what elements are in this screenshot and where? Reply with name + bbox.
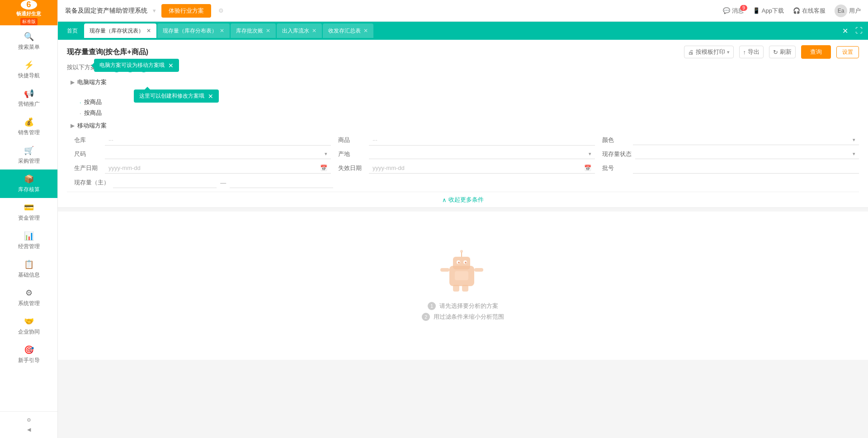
color-label: 颜色 bbox=[602, 136, 629, 144]
svg-rect-1 bbox=[453, 257, 470, 269]
tab-inventory-status-close[interactable]: ✕ bbox=[146, 28, 151, 34]
tab-inout-flow-label: 出入库流水 bbox=[282, 27, 309, 35]
tooltip2-close[interactable]: ✕ bbox=[208, 93, 213, 100]
online-service-btn[interactable]: 🎧 在线客服 bbox=[793, 7, 826, 15]
refresh-btn[interactable]: ↻ 刷新 bbox=[769, 46, 796, 58]
scheme-pc-item2[interactable]: · 按商品 bbox=[71, 108, 859, 118]
industry-btn[interactable]: 体验行业方案 bbox=[161, 4, 211, 18]
top-header: 装备及固定资产辅助管理系统 ▾ 体验行业方案 ⚙ 💬 消息 9 📱 App下载 … bbox=[58, 0, 868, 22]
sidebar-item-label: 快捷导航 bbox=[18, 72, 40, 80]
tab-inventory-status[interactable]: 现存量（库存状况表） ✕ bbox=[84, 24, 156, 38]
sidebar-item-operations[interactable]: 📊 经营管理 bbox=[0, 226, 57, 255]
sidebar-item-search[interactable]: 🔍 搜索菜单 bbox=[0, 27, 57, 56]
refresh-label: 刷新 bbox=[780, 48, 792, 56]
tab-receipt-summary[interactable]: 收发存汇总表 ✕ bbox=[323, 24, 373, 38]
scheme-mobile-label: 移动端方案 bbox=[77, 122, 107, 130]
app-download-btn[interactable]: 📱 App下载 bbox=[753, 7, 784, 15]
tab-inventory-dist-close[interactable]: ✕ bbox=[220, 28, 224, 34]
tab-batch-ledger-close[interactable]: ✕ bbox=[266, 28, 270, 34]
goods-input[interactable]: ··· bbox=[369, 135, 595, 146]
sidebar-item-system[interactable]: ⚙ 系统管理 bbox=[0, 283, 57, 312]
stock-status-input[interactable]: ▾ bbox=[635, 149, 859, 159]
svg-rect-9 bbox=[474, 268, 483, 272]
collapse-btn[interactable]: ∧ 收起更多条件 bbox=[67, 192, 859, 207]
refresh-icon: ↻ bbox=[773, 49, 778, 56]
tab-close-all-icon[interactable]: ✕ bbox=[840, 25, 850, 37]
tab-inout-flow-close[interactable]: ✕ bbox=[312, 28, 316, 34]
export-btn[interactable]: ↑ 导出 bbox=[739, 46, 764, 58]
stock-status-label: 现存量状态 bbox=[602, 150, 632, 158]
scheme-mobile[interactable]: ▶ 移动端方案 bbox=[71, 120, 859, 131]
sidebar: 6 畅通好生意 标准版 🔍 搜索菜单 ⚡ 快捷导航 📢 营销推广 💰 销售管理 … bbox=[0, 0, 58, 438]
batch-input[interactable] bbox=[633, 163, 859, 174]
header-left: 装备及固定资产辅助管理系统 ▾ 体验行业方案 ⚙ bbox=[65, 4, 224, 18]
tooltip1-close[interactable]: ✕ bbox=[168, 62, 174, 69]
page-title-bar: 现存量查询(按仓库+商品) 🖨 按模板打印 ▾ ↑ 导出 ↻ 刷新 bbox=[67, 45, 859, 59]
filter-field-stock-status: 现存量状态 ▾ bbox=[602, 149, 859, 159]
marketing-icon: 📢 bbox=[24, 89, 34, 99]
print-label: 按模板打印 bbox=[696, 48, 725, 56]
color-input[interactable]: ▾ bbox=[633, 135, 859, 145]
empty-num-1: 1 bbox=[428, 302, 436, 310]
batch-label: 批号 bbox=[602, 164, 629, 172]
prod-date-input[interactable]: yyyy-mm-dd 📅 bbox=[105, 163, 331, 174]
page-actions: 🖨 按模板打印 ▾ ↑ 导出 ↻ 刷新 查询 设置 bbox=[684, 45, 859, 59]
stock-qty-to[interactable] bbox=[230, 177, 333, 188]
prod-date-placeholder: yyyy-mm-dd bbox=[108, 165, 141, 171]
sidebar-item-enterprise[interactable]: 🤝 企业协同 bbox=[0, 312, 57, 340]
scheme-pc-item1-label: 按商品 bbox=[84, 98, 102, 106]
sidebar-item-inventory[interactable]: 📦 库存核算 bbox=[0, 170, 57, 198]
expire-date-calendar-icon: 📅 bbox=[584, 165, 591, 171]
stock-qty-label: 现存量（主） bbox=[74, 179, 109, 187]
tooltip2-text: 这里可以创建和修改方案哦 bbox=[139, 92, 204, 100]
origin-input[interactable]: ▾ bbox=[369, 149, 595, 159]
sidebar-item-sales[interactable]: 💰 销售管理 bbox=[0, 113, 57, 141]
filter-field-prod-date: 生产日期 yyyy-mm-dd 📅 bbox=[74, 163, 331, 174]
tab-receipt-summary-close[interactable]: ✕ bbox=[363, 28, 368, 34]
tab-batch-ledger[interactable]: 库存批次账 ✕ bbox=[231, 24, 276, 38]
content-area: 现存量查询(按仓库+商品) 🖨 按模板打印 ▾ ↑ 导出 ↻ 刷新 bbox=[58, 40, 868, 438]
sidebar-item-label: 企业协同 bbox=[18, 328, 40, 336]
size-input[interactable]: ▾ bbox=[105, 149, 331, 159]
mobile-arrow-icon: ▶ bbox=[71, 122, 75, 129]
sidebar-item-quicknav[interactable]: ⚡ 快捷导航 bbox=[0, 56, 57, 84]
sidebar-item-marketing[interactable]: 📢 营销推广 bbox=[0, 84, 57, 113]
user-btn[interactable]: Ea 用户 bbox=[835, 5, 861, 17]
filter-field-expire-date: 失效日期 yyyy-mm-dd 📅 bbox=[338, 163, 595, 174]
page-header: 现存量查询(按仓库+商品) 🖨 按模板打印 ▾ ↑ 导出 ↻ 刷新 bbox=[58, 40, 868, 208]
sidebar-item-label: 系统管理 bbox=[18, 300, 40, 307]
tab-inventory-dist[interactable]: 现存量（库存分布表） ✕ bbox=[157, 24, 230, 38]
sidebar-collapse-btn[interactable]: ◀ bbox=[27, 427, 31, 433]
sidebar-item-label: 经营管理 bbox=[18, 243, 40, 250]
expire-date-input[interactable]: yyyy-mm-dd 📅 bbox=[369, 163, 595, 174]
stock-qty-from[interactable] bbox=[113, 177, 217, 188]
sidebar-settings-btn[interactable]: ⚙ bbox=[27, 417, 31, 423]
tab-home[interactable]: 首页 bbox=[61, 24, 83, 38]
sidebar-item-label: 营销推广 bbox=[18, 100, 40, 108]
logo-title: 畅通好生意 bbox=[16, 10, 41, 17]
sidebar-item-finance[interactable]: 💳 资金管理 bbox=[0, 198, 57, 226]
warehouse-label: 仓库 bbox=[74, 136, 101, 144]
gear-settings-icon[interactable]: ⚙ bbox=[218, 7, 224, 14]
collapse-label: 收起更多条件 bbox=[448, 196, 484, 204]
empty-hint-1: 1 请先选择要分析的方案 bbox=[428, 302, 498, 310]
origin-dropdown-icon: ▾ bbox=[589, 151, 591, 157]
goods-dots: ··· bbox=[373, 137, 377, 143]
sidebar-item-newguide[interactable]: 🎯 新手引导 bbox=[0, 340, 57, 369]
pc-item-dot: · bbox=[80, 99, 81, 106]
stock-status-dropdown-icon: ▾ bbox=[853, 151, 855, 157]
tab-inout-flow[interactable]: 出入库流水 ✕ bbox=[277, 24, 322, 38]
scheme-pc[interactable]: ▶ 电脑端方案 bbox=[71, 77, 859, 88]
user-label: 用户 bbox=[849, 7, 861, 15]
query-btn[interactable]: 查询 bbox=[801, 45, 831, 59]
sidebar-item-basic[interactable]: 📋 基础信息 bbox=[0, 255, 57, 283]
tab-fullscreen-icon[interactable]: ⛶ bbox=[854, 25, 864, 37]
print-btn[interactable]: 🖨 按模板打印 ▾ bbox=[684, 46, 734, 58]
set-btn[interactable]: 设置 bbox=[836, 46, 859, 58]
empty-hint-2: 2 用过滤条件来缩小分析范围 bbox=[422, 313, 504, 321]
tab-home-label: 首页 bbox=[67, 27, 78, 35]
operations-icon: 📊 bbox=[24, 231, 34, 241]
warehouse-input[interactable]: ··· bbox=[105, 135, 331, 146]
message-btn[interactable]: 💬 消息 9 bbox=[723, 7, 744, 15]
sidebar-item-purchase[interactable]: 🛒 采购管理 bbox=[0, 141, 57, 170]
